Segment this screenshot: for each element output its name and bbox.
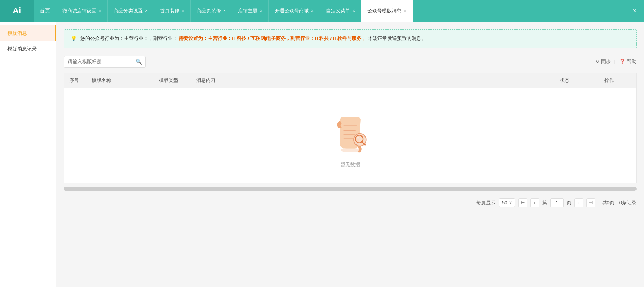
tab-template-msg[interactable]: 公众号模版消息× <box>361 0 413 22</box>
tab-label-store-theme: 店铺主题 <box>238 7 258 14</box>
tab-label-product-decor: 商品页装修 <box>197 7 221 14</box>
nav-tabs: 首页微商城店铺设置×商品分类设置×首页装修×商品页装修×店铺主题×开通公众号商城… <box>34 0 625 22</box>
search-input-wrap: 🔍 <box>64 56 146 68</box>
tab-close-category[interactable]: × <box>145 8 148 13</box>
col-header-name: 模版名称 <box>86 73 154 88</box>
tab-close-custom-menu[interactable]: × <box>352 8 355 13</box>
sync-icon: ↻ <box>595 59 600 64</box>
tab-close-home-decor[interactable]: × <box>182 8 184 13</box>
tab-close-product-decor[interactable]: × <box>223 8 226 13</box>
global-close-button[interactable]: × <box>625 0 644 22</box>
logo: Ai <box>0 0 34 22</box>
bulb-icon: 💡 <box>71 36 77 41</box>
top-nav: Ai 首页微商城店铺设置×商品分类设置×首页装修×商品页装修×店铺主题×开通公众… <box>0 0 644 22</box>
page-label: 页 <box>567 199 571 206</box>
next-page-button[interactable]: › <box>574 198 583 207</box>
per-page-value: 50 <box>502 200 507 205</box>
tab-label-home-decor: 首页装修 <box>160 7 179 14</box>
tab-open-mall[interactable]: 开通公众号商城× <box>269 0 320 22</box>
tab-label-home: 首页 <box>40 7 50 14</box>
table-header-row: 序号模版名称模版类型消息内容状态操作 <box>64 73 637 88</box>
total-label: 共0页，0条记录 <box>602 199 637 206</box>
svg-point-8 <box>357 137 359 139</box>
tab-wechat-store[interactable]: 微商城店铺设置× <box>56 0 108 22</box>
first-page-button[interactable]: ⊢ <box>518 198 527 207</box>
help-icon: ❓ <box>619 59 625 64</box>
col-header-content: 消息内容 <box>191 73 554 88</box>
per-page-select[interactable]: 50 ∨ <box>499 198 515 207</box>
data-table: 序号模版名称模版类型消息内容状态操作 <box>64 73 637 183</box>
tab-label-wechat-store: 微商城店铺设置 <box>62 7 96 14</box>
search-bar: 🔍 ↻ 同步 | ❓ 帮助 <box>64 56 637 68</box>
per-page-label: 每页显示 <box>476 199 496 206</box>
last-page-button[interactable]: ⊣ <box>586 198 595 207</box>
tab-label-category: 商品分类设置 <box>114 7 143 14</box>
main-layout: 模版消息模版消息记录 💡 您的公众号行业为：主营行业：，副营行业： 需要设置为：… <box>0 22 644 287</box>
empty-text: 暂无数据 <box>341 161 360 168</box>
chevron-down-icon: ∨ <box>509 200 512 205</box>
tab-category[interactable]: 商品分类设置× <box>108 0 154 22</box>
sidebar-item-template-record[interactable]: 模版消息记录 <box>0 41 56 57</box>
table-header: 序号模版名称模版类型消息内容状态操作 <box>64 73 637 88</box>
search-icon[interactable]: 🔍 <box>136 59 142 65</box>
horizontal-scrollbar[interactable] <box>64 187 637 191</box>
scrollbar-thumb[interactable] <box>64 187 637 191</box>
prev-page-button[interactable]: ‹ <box>530 198 539 207</box>
di-label: 第 <box>542 199 547 206</box>
notice-suffix: 才能正常发送预置的消息。 <box>368 36 426 41</box>
notice-highlight: 需要设置为：主营行业：IT科技 / 互联网|电子商务，副营行业：IT科技 / I… <box>179 36 366 41</box>
tab-custom-menu[interactable]: 自定义菜单× <box>320 0 361 22</box>
sidebar: 模版消息模版消息记录 <box>0 22 56 287</box>
tab-label-custom-menu: 自定义菜单 <box>326 7 350 14</box>
page-input[interactable] <box>550 198 564 207</box>
col-header-seq: 序号 <box>64 73 86 88</box>
help-button[interactable]: ❓ 帮助 <box>619 58 637 65</box>
table-body: 暂无数据 <box>64 88 637 183</box>
notice-box: 💡 您的公众号行业为：主营行业：，副营行业： 需要设置为：主营行业：IT科技 /… <box>64 29 637 48</box>
col-header-status: 状态 <box>554 73 599 88</box>
tab-home-decor[interactable]: 首页装修× <box>154 0 191 22</box>
toolbar-divider: | <box>614 59 616 64</box>
sync-button[interactable]: ↻ 同步 <box>595 58 611 65</box>
col-header-type: 模版类型 <box>154 73 191 88</box>
tab-label-open-mall: 开通公众号商城 <box>275 7 309 14</box>
main-content: 💡 您的公众号行业为：主营行业：，副营行业： 需要设置为：主营行业：IT科技 /… <box>56 22 644 287</box>
col-header-op: 操作 <box>599 73 637 88</box>
tab-product-decor[interactable]: 商品页装修× <box>191 0 232 22</box>
tab-close-wechat-store[interactable]: × <box>99 8 101 13</box>
tab-close-open-mall[interactable]: × <box>311 8 314 13</box>
notice-prefix: 您的公众号行业为：主营行业：，副营行业： <box>80 36 178 41</box>
toolbar-right: ↻ 同步 | ❓ 帮助 <box>595 58 637 65</box>
search-input[interactable] <box>64 56 146 68</box>
tab-home[interactable]: 首页 <box>34 0 56 22</box>
tab-close-store-theme[interactable]: × <box>260 8 262 13</box>
tab-close-template-msg[interactable]: × <box>404 8 406 13</box>
sidebar-item-template-msg[interactable]: 模版消息 <box>0 25 56 41</box>
empty-state-row: 暂无数据 <box>64 88 637 183</box>
tab-store-theme[interactable]: 店铺主题× <box>232 0 269 22</box>
empty-state: 暂无数据 <box>64 88 636 183</box>
pagination: 每页显示 50 ∨ ⊢ ‹ 第 页 › ⊣ 共0页，0条记录 <box>64 195 637 211</box>
empty-illustration <box>328 110 373 155</box>
tab-label-template-msg: 公众号模版消息 <box>367 7 401 14</box>
